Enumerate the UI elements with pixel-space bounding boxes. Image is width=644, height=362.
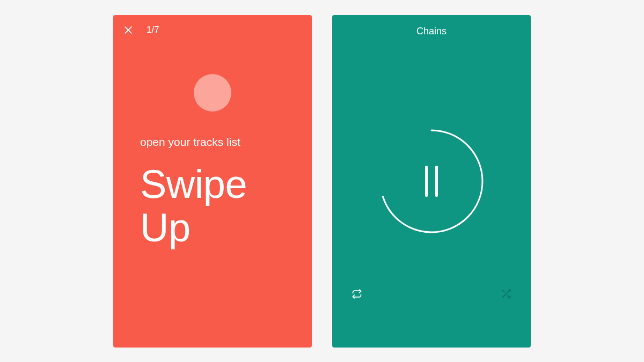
- shuffle-icon[interactable]: [501, 289, 511, 299]
- close-icon[interactable]: [124, 26, 133, 34]
- tutorial-hint: open your tracks list: [140, 136, 285, 149]
- player-screen[interactable]: Chains: [332, 15, 531, 348]
- tutorial-header: 1/7: [113, 15, 312, 45]
- step-counter: 1/7: [147, 25, 159, 35]
- tutorial-gesture-label: Swipe Up: [140, 162, 296, 250]
- gesture-line-2: Up: [140, 206, 296, 249]
- gesture-line-1: Swipe: [140, 162, 296, 206]
- tutorial-screen[interactable]: 1/7 open your tracks list Swipe Up: [113, 15, 312, 348]
- player-progress-area[interactable]: [375, 125, 488, 238]
- repeat-icon[interactable]: [352, 289, 362, 299]
- gesture-indicator-dot: [194, 74, 231, 112]
- track-title: Chains: [332, 15, 531, 48]
- pause-icon[interactable]: [425, 166, 438, 197]
- player-controls: [332, 289, 531, 299]
